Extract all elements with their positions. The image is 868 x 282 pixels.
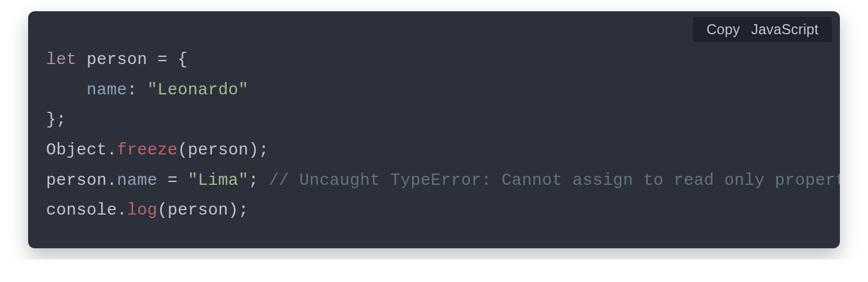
code-block: Copy JavaScript let person = { name: "Le… <box>28 11 840 248</box>
token-brace-close: } <box>46 110 56 129</box>
token-dot: . <box>107 171 117 190</box>
token-ident-person: person <box>168 201 228 220</box>
token-method-log: log <box>127 201 157 220</box>
code-toolbar: Copy JavaScript <box>693 17 832 42</box>
token-paren-close: ) <box>248 140 259 160</box>
token-colon: : <box>127 80 147 99</box>
token-semi: ; <box>56 110 66 129</box>
token-key-name: name <box>87 80 127 99</box>
token-prop-name: name <box>117 171 157 190</box>
token-paren-close: ) <box>228 201 238 220</box>
token-string-lima: "Lima" <box>188 171 248 190</box>
token-ident-person: person <box>87 50 147 69</box>
token-indent <box>46 80 87 99</box>
language-label: JavaScript <box>745 20 824 39</box>
token-semi: ; <box>248 171 259 190</box>
token-semi: ; <box>259 140 269 160</box>
token-dot: . <box>117 201 127 220</box>
token-paren-open: ( <box>157 201 168 220</box>
token-string-leonardo: "Leonardo" <box>147 80 248 99</box>
token-dot: . <box>107 140 117 160</box>
token-ident-person: person <box>188 140 248 160</box>
token-ident-person: person <box>46 171 107 190</box>
token-assign: = <box>147 50 178 69</box>
token-ident-console: console <box>46 201 117 220</box>
token-assign: = <box>157 171 188 190</box>
copy-button[interactable]: Copy <box>701 20 746 39</box>
token-comment: // Uncaught TypeError: Cannot assign to … <box>269 171 840 190</box>
token-space <box>76 50 87 69</box>
token-semi: ; <box>238 201 248 220</box>
code-content[interactable]: let person = { name: "Leonardo" }; Objec… <box>28 11 840 248</box>
token-space <box>259 171 269 190</box>
token-object: Object <box>46 140 107 160</box>
token-keyword-let: let <box>46 50 76 69</box>
token-method-freeze: freeze <box>117 140 178 160</box>
token-brace-open: { <box>178 50 188 69</box>
token-paren-open: ( <box>178 140 188 160</box>
